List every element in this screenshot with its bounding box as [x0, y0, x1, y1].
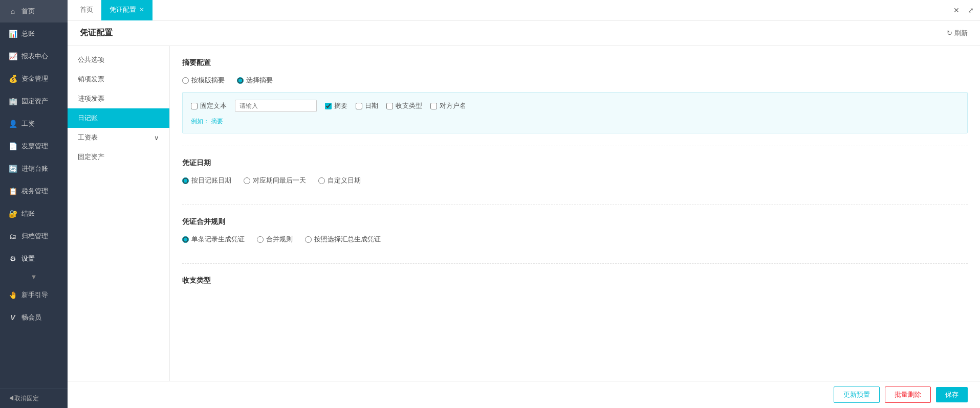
sidebar-item-label: 资金管理 — [21, 74, 48, 83]
counterparty-checkbox[interactable] — [430, 103, 437, 109]
left-nav-item-fixed-assets[interactable]: 固定资产 — [68, 147, 169, 167]
template-summary-label: 按模版摘要 — [191, 76, 225, 85]
sidebar-item-label: 工资 — [21, 119, 35, 128]
summary-example: 例如： 摘要 — [191, 117, 959, 126]
summary-checkboxes-row: 固定文本 摘要 日期 — [191, 100, 959, 112]
sidebar-item-assets[interactable]: 🏢 固定资产 — [0, 90, 68, 112]
select-summary-gen-option[interactable]: 按照选择汇总生成凭证 — [305, 235, 381, 244]
payroll-icon: 👤 — [8, 120, 17, 128]
sidebar-item-label: 首页 — [21, 7, 35, 16]
summary-config-box: 固定文本 摘要 日期 — [182, 92, 968, 133]
sidebar-item-label: 税务管理 — [21, 187, 48, 196]
select-summary-gen-label: 按照选择汇总生成凭证 — [314, 235, 381, 244]
sidebar-item-vip[interactable]: V 畅会员 — [0, 306, 68, 329]
voucher-date-section: 凭证日期 按日记账日期 对应期间最后一天 自定义日期 — [182, 158, 968, 205]
counterparty-checkbox-option[interactable]: 对方户名 — [430, 101, 466, 110]
tab-close-icon[interactable]: ✕ — [139, 6, 144, 13]
left-nav-item-public-options[interactable]: 公共选项 — [68, 50, 169, 70]
income-type-checkbox-option[interactable]: 收支类型 — [386, 101, 422, 110]
sidebar-item-home[interactable]: ⌂ 首页 — [0, 0, 68, 22]
sidebar-bottom[interactable]: ◀取消固定 — [0, 389, 68, 408]
left-nav-item-sales-invoice[interactable]: 销项发票 — [68, 70, 169, 89]
by-journal-date-label: 按日记账日期 — [191, 176, 231, 185]
abstract-checkbox-option[interactable]: 摘要 — [325, 101, 347, 110]
fixed-text-checkbox-option[interactable]: 固定文本 — [191, 101, 227, 110]
sidebar-item-purchase-sales[interactable]: 🔄 进销台账 — [0, 157, 68, 180]
left-nav-item-journal[interactable]: 日记账 — [68, 108, 169, 128]
sidebar-item-label: 总账 — [21, 29, 35, 38]
refresh-btn[interactable]: ↻ 刷新 — [947, 29, 968, 38]
single-record-label: 单条记录生成凭证 — [191, 235, 245, 244]
summary-config-section: 摘要配置 按模版摘要 选择摘要 — [182, 58, 968, 146]
select-summary-gen-radio[interactable] — [305, 236, 312, 243]
reports-icon: 📈 — [8, 52, 17, 60]
sidebar-item-settlement[interactable]: 🔐 结账 — [0, 202, 68, 225]
close-window-icon[interactable]: ✕ — [951, 4, 962, 16]
sidebar-item-invoice[interactable]: 📄 发票管理 — [0, 135, 68, 157]
update-preview-button[interactable]: 更新预置 — [834, 387, 880, 403]
fixed-text-input[interactable] — [235, 100, 317, 112]
sidebar-item-label: 畅会员 — [21, 313, 41, 322]
sidebar-item-funds[interactable]: 💰 资金管理 — [0, 67, 68, 90]
tab-voucher-config[interactable]: 凭证配置 ✕ — [101, 0, 153, 20]
tab-home-label: 首页 — [80, 5, 93, 14]
batch-delete-button[interactable]: 批量删除 — [885, 387, 931, 403]
sidebar-item-label: 归档管理 — [21, 232, 48, 241]
example-value: 摘要 — [211, 118, 223, 125]
sidebar-item-payroll[interactable]: 👤 工资 — [0, 112, 68, 135]
merge-rules-option[interactable]: 合并规则 — [257, 235, 293, 244]
example-prefix: 例如： — [191, 118, 209, 125]
save-button[interactable]: 保存 — [936, 387, 968, 402]
settings-icon: ⚙ — [8, 255, 17, 263]
left-nav-item-payroll-table[interactable]: 工资表 ∨ — [68, 128, 169, 147]
refresh-label: 刷新 — [954, 29, 968, 38]
custom-date-option[interactable]: 自定义日期 — [318, 176, 361, 185]
guide-icon: 🤚 — [8, 291, 17, 299]
restore-window-icon[interactable]: ⤢ — [966, 4, 976, 16]
date-checkbox[interactable] — [356, 103, 362, 109]
fixed-text-checkbox[interactable] — [191, 103, 198, 109]
last-day-of-period-option[interactable]: 对应期间最后一天 — [244, 176, 306, 185]
sidebar-item-ledger[interactable]: 📊 总账 — [0, 22, 68, 45]
ledger-icon: 📊 — [8, 30, 17, 38]
merge-rules-radio[interactable] — [257, 236, 264, 243]
merge-rules-title: 凭证合并规则 — [182, 217, 968, 226]
single-record-option[interactable]: 单条记录生成凭证 — [182, 235, 245, 244]
merge-rules-label: 合并规则 — [266, 235, 293, 244]
sidebar-scroll-down[interactable]: ▼ — [0, 270, 68, 284]
sidebar-bottom-label: ◀取消固定 — [8, 394, 39, 403]
merge-rules-section: 凭证合并规则 单条记录生成凭证 合并规则 按照选择汇总生成凭证 — [182, 217, 968, 264]
custom-date-radio[interactable] — [318, 177, 325, 184]
by-journal-date-radio[interactable] — [182, 177, 189, 184]
left-nav-item-purchase-invoice[interactable]: 进项发票 — [68, 89, 169, 108]
sidebar-item-guide[interactable]: 🤚 新手引导 — [0, 284, 68, 306]
last-day-of-period-radio[interactable] — [244, 177, 250, 184]
date-label: 日期 — [365, 101, 378, 110]
sidebar-item-label: 发票管理 — [21, 142, 48, 151]
single-record-radio[interactable] — [182, 236, 189, 243]
template-summary-radio[interactable] — [182, 77, 189, 84]
main-area: 首页 凭证配置 ✕ ✕ ⤢ 凭证配置 ↻ 刷新 公共选项 — [68, 0, 980, 408]
tab-bar-actions: ✕ ⤢ — [951, 4, 976, 16]
by-journal-date-option[interactable]: 按日记账日期 — [182, 176, 231, 185]
sidebar-item-reports[interactable]: 📈 报表中心 — [0, 45, 68, 67]
sidebar-item-settings[interactable]: ⚙ 设置 — [0, 247, 68, 270]
chevron-down-icon: ∨ — [154, 134, 159, 142]
select-summary-option[interactable]: 选择摘要 — [237, 76, 273, 85]
tab-home[interactable]: 首页 — [72, 0, 101, 20]
income-type-checkbox[interactable] — [386, 103, 393, 109]
abstract-checkbox[interactable] — [325, 103, 332, 109]
sidebar-item-tax[interactable]: 📋 税务管理 — [0, 180, 68, 202]
refresh-icon: ↻ — [947, 29, 952, 37]
template-summary-option[interactable]: 按模版摘要 — [182, 76, 225, 85]
page-header: 凭证配置 ↻ 刷新 — [68, 20, 980, 46]
tab-voucher-config-label: 凭证配置 — [110, 5, 136, 14]
last-day-of-period-label: 对应期间最后一天 — [253, 176, 306, 185]
sidebar-item-archive[interactable]: 🗂 归档管理 — [0, 225, 68, 247]
income-expense-title: 收支类型 — [182, 276, 968, 285]
date-checkbox-option[interactable]: 日期 — [356, 101, 378, 110]
select-summary-radio[interactable] — [237, 77, 244, 84]
tax-icon: 📋 — [8, 187, 17, 195]
income-type-label: 收支类型 — [396, 101, 422, 110]
counterparty-label: 对方户名 — [440, 101, 466, 110]
